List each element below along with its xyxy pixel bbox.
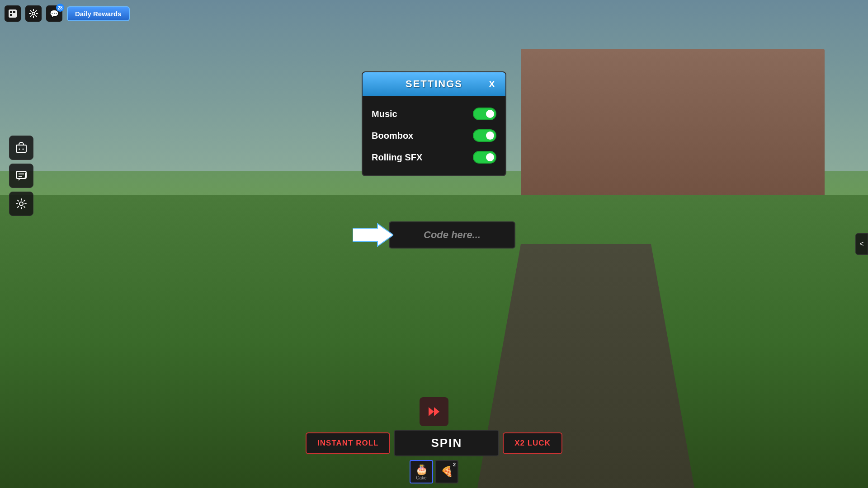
- music-toggle-knob: [486, 110, 494, 118]
- boombox-toggle-knob: [486, 131, 494, 140]
- instant-roll-button[interactable]: INSTANT ROLL: [306, 432, 390, 454]
- code-input-area: Code here...: [353, 221, 515, 249]
- left-sidebar: [9, 136, 33, 216]
- settings-title: SETTINGS: [382, 78, 486, 90]
- boombox-label: Boombox: [372, 131, 413, 141]
- daily-rewards-button[interactable]: Daily Rewards: [67, 6, 130, 21]
- inventory-item-cake[interactable]: 🎂 Cake: [410, 460, 433, 483]
- settings-modal: SETTINGS X Music Boombox Rolling SFX: [362, 71, 506, 176]
- rolling-sfx-row: Rolling SFX: [372, 146, 496, 168]
- svg-point-11: [19, 202, 23, 206]
- svg-point-7: [23, 149, 24, 150]
- settings-close-button[interactable]: X: [486, 78, 498, 90]
- fast-forward-button[interactable]: [420, 397, 448, 426]
- arrow-pointer-icon: [353, 221, 393, 249]
- spin-button[interactable]: SPIN: [394, 430, 499, 456]
- music-toggle[interactable]: [473, 108, 496, 120]
- bottom-buttons-row: INSTANT ROLL SPIN X2 LUCK: [306, 430, 562, 456]
- code-placeholder-text: Code here...: [424, 229, 481, 241]
- bottom-area: INSTANT ROLL SPIN X2 LUCK 🎂 Cake 2 🍕: [0, 397, 868, 488]
- top-bar: 💬 28 Daily Rewards: [0, 0, 868, 27]
- roblox-logo: [5, 5, 21, 22]
- cake-icon: 🎂: [415, 464, 428, 475]
- svg-point-6: [19, 149, 20, 150]
- right-collapse-button[interactable]: <: [855, 233, 868, 255]
- inventory-bar: 🎂 Cake 2 🍕: [410, 460, 458, 483]
- x2luck-button[interactable]: X2 LUCK: [503, 432, 562, 454]
- item2-count: 2: [453, 462, 456, 467]
- notification-badge: 28: [56, 4, 64, 12]
- svg-point-4: [32, 12, 35, 15]
- code-input-field[interactable]: Code here...: [389, 221, 515, 249]
- notifications-button[interactable]: 💬 28: [46, 5, 62, 22]
- inventory-item-pizza[interactable]: 2 🍕: [435, 460, 458, 483]
- svg-marker-13: [429, 407, 434, 416]
- svg-marker-14: [434, 407, 439, 416]
- svg-rect-2: [13, 11, 15, 13]
- shop-button[interactable]: [9, 136, 33, 160]
- music-label: Music: [372, 109, 397, 119]
- rolling-sfx-label: Rolling SFX: [372, 152, 422, 163]
- svg-rect-0: [9, 9, 17, 18]
- settings-header: SETTINGS X: [363, 72, 505, 96]
- chat-button[interactable]: [9, 164, 33, 188]
- pizza-icon: 🍕: [441, 466, 453, 478]
- gear-button[interactable]: [25, 5, 42, 22]
- boombox-row: Boombox: [372, 125, 496, 146]
- rolling-sfx-toggle[interactable]: [473, 151, 496, 164]
- settings-button[interactable]: [9, 192, 33, 216]
- cake-label: Cake: [416, 475, 426, 480]
- svg-rect-5: [16, 145, 26, 152]
- svg-rect-3: [10, 14, 12, 16]
- rolling-sfx-toggle-knob: [486, 153, 494, 161]
- settings-body: Music Boombox Rolling SFX: [363, 96, 505, 175]
- svg-rect-1: [10, 11, 12, 13]
- music-row: Music: [372, 103, 496, 125]
- svg-rect-8: [16, 171, 26, 178]
- svg-marker-12: [353, 224, 393, 246]
- boombox-toggle[interactable]: [473, 129, 496, 142]
- chevron-left-icon: <: [859, 240, 863, 248]
